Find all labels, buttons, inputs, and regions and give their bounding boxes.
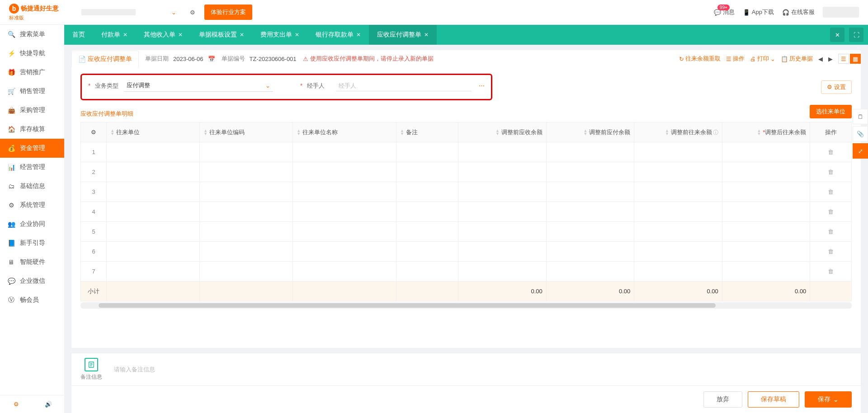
regrab-balance-button[interactable]: ↻ 往来余额重取 [679, 55, 721, 63]
operate-dropdown[interactable]: ☰ 操作 [726, 55, 745, 63]
print-dropdown[interactable]: 🖨 打印 ⌄ [750, 55, 775, 63]
tab-5[interactable]: 银行存取款单✕ [307, 25, 369, 45]
cell-after-balance[interactable] [722, 182, 810, 202]
cell-before-pay[interactable] [546, 202, 634, 222]
close-icon[interactable]: ✕ [295, 32, 299, 38]
column-config-header[interactable]: ⚙ [81, 122, 107, 142]
float-attachment-button[interactable]: 📎 [853, 126, 868, 141]
calendar-icon[interactable]: 📅 [208, 56, 215, 62]
sidebar-item-cart[interactable]: 🛒销售管理 [0, 82, 64, 101]
cell-before-pay[interactable] [546, 182, 634, 202]
cell-unit-code[interactable] [200, 222, 293, 242]
select-unit-button[interactable]: 选往来单位 [810, 105, 852, 118]
view-list-button[interactable]: ☰ [838, 54, 849, 64]
col-after-balance[interactable]: ▲▼*调整后往来余额 [722, 122, 810, 142]
table-row[interactable]: 4🗑 [81, 202, 852, 222]
cell-unit-name[interactable] [293, 142, 396, 162]
cell-unit[interactable] [107, 142, 200, 162]
sidebar-settings-button[interactable]: ⚙ [0, 395, 32, 413]
handler-more-button[interactable]: ⋯ [479, 82, 485, 89]
trash-icon[interactable]: 🗑 [828, 208, 834, 215]
cell-remark[interactable] [396, 242, 458, 262]
messages-button[interactable]: 99+ 💬 消息 [714, 8, 735, 16]
experience-industry-button[interactable]: 体验行业方案 [204, 5, 252, 20]
tab-2[interactable]: 其他收入单✕ [136, 25, 191, 45]
app-download-button[interactable]: 📱 App下载 [743, 8, 774, 16]
cell-before-balance[interactable] [634, 182, 722, 202]
cell-before-pay[interactable] [546, 262, 634, 282]
cell-remark[interactable] [396, 222, 458, 242]
cell-unit-code[interactable] [200, 262, 293, 282]
cell-after-balance[interactable] [722, 162, 810, 182]
cell-unit-name[interactable] [293, 202, 396, 222]
save-draft-button[interactable]: 保存草稿 [748, 391, 799, 408]
cell-unit-name[interactable] [293, 182, 396, 202]
close-icon[interactable]: ✕ [178, 32, 183, 38]
cell-before-balance[interactable] [634, 242, 722, 262]
cell-before-recv[interactable] [458, 242, 547, 262]
table-row[interactable]: 5🗑 [81, 222, 852, 242]
cell-before-balance[interactable] [634, 142, 722, 162]
user-avatar-area[interactable] [823, 7, 859, 18]
table-row[interactable]: 7🗑 [81, 262, 852, 282]
close-icon[interactable]: ✕ [123, 32, 127, 38]
cell-unit-name[interactable] [293, 162, 396, 182]
cell-after-balance[interactable] [722, 242, 810, 262]
tab-4[interactable]: 费用支出单✕ [252, 25, 307, 45]
settings-gear-button[interactable]: ⚙ [185, 5, 200, 19]
history-button[interactable]: 📋 历史单据 [781, 55, 813, 63]
col-unit[interactable]: ▲▼往来单位 [107, 122, 200, 142]
close-icon[interactable]: ✕ [356, 32, 361, 38]
cell-before-recv[interactable] [458, 182, 547, 202]
cell-unit[interactable] [107, 182, 200, 202]
prev-doc-button[interactable]: ◀ [818, 56, 823, 62]
sidebar-item-guide[interactable]: 📘新手引导 [0, 234, 64, 253]
cell-before-pay[interactable] [546, 242, 634, 262]
cell-before-balance[interactable] [634, 162, 722, 182]
sidebar-item-money[interactable]: 💰资金管理 [0, 139, 64, 158]
cell-remark[interactable] [396, 262, 458, 282]
sidebar-item-box[interactable]: 🏠库存核算 [0, 120, 64, 139]
sidebar-item-vip[interactable]: Ⓥ畅会员 [0, 291, 64, 310]
cell-unit-name[interactable] [293, 262, 396, 282]
sidebar-item-gift[interactable]: 🎁营销推广 [0, 63, 64, 82]
col-unit-code[interactable]: ▲▼往来单位编码 [200, 122, 293, 142]
trash-icon[interactable]: 🗑 [828, 149, 834, 155]
sidebar-item-data[interactable]: 🗂基础信息 [0, 177, 64, 196]
cell-unit-code[interactable] [200, 182, 293, 202]
online-service-button[interactable]: 🎧 在线客服 [782, 8, 815, 16]
cell-unit[interactable] [107, 202, 200, 222]
remarks-input[interactable] [109, 361, 852, 377]
cell-remark[interactable] [396, 142, 458, 162]
cell-unit[interactable] [107, 242, 200, 262]
table-row[interactable]: 6🗑 [81, 242, 852, 262]
tab-1[interactable]: 付款单✕ [93, 25, 136, 45]
tab-0[interactable]: 首页 [64, 25, 93, 45]
sidebar-item-hardware[interactable]: 🖥智能硬件 [0, 253, 64, 272]
save-button[interactable]: 保存 ⌄ [805, 391, 852, 408]
cell-after-balance[interactable] [722, 202, 810, 222]
sidebar-item-system[interactable]: ⚙系统管理 [0, 196, 64, 215]
cell-remark[interactable] [396, 202, 458, 222]
cell-before-recv[interactable] [458, 202, 547, 222]
table-row[interactable]: 3🗑 [81, 182, 852, 202]
horizontal-scrollbar[interactable] [80, 302, 852, 309]
tab-close-all-button[interactable]: ✕ [830, 28, 844, 42]
sidebar-item-search[interactable]: 🔍搜索菜单 [0, 25, 64, 44]
cell-unit-name[interactable] [293, 242, 396, 262]
cell-before-recv[interactable] [458, 222, 547, 242]
table-row[interactable]: 2🗑 [81, 162, 852, 182]
cell-before-recv[interactable] [458, 162, 547, 182]
cell-after-balance[interactable] [722, 142, 810, 162]
biz-type-dropdown[interactable]: 应付调整 ⌄ [124, 80, 273, 92]
help-icon[interactable]: ⓘ [713, 129, 718, 136]
tab-fullscreen-button[interactable]: ⛶ [849, 28, 863, 42]
table-row[interactable]: 1🗑 [81, 142, 852, 162]
sidebar-item-chart[interactable]: 📊经营管理 [0, 158, 64, 177]
cell-before-balance[interactable] [634, 222, 722, 242]
sidebar-item-nav[interactable]: ⚡快捷导航 [0, 44, 64, 63]
form-settings-button[interactable]: ⚙ 设置 [821, 80, 852, 94]
company-selector[interactable]: ⌄ [77, 5, 181, 19]
cell-unit-code[interactable] [200, 142, 293, 162]
cell-after-balance[interactable] [722, 222, 810, 242]
